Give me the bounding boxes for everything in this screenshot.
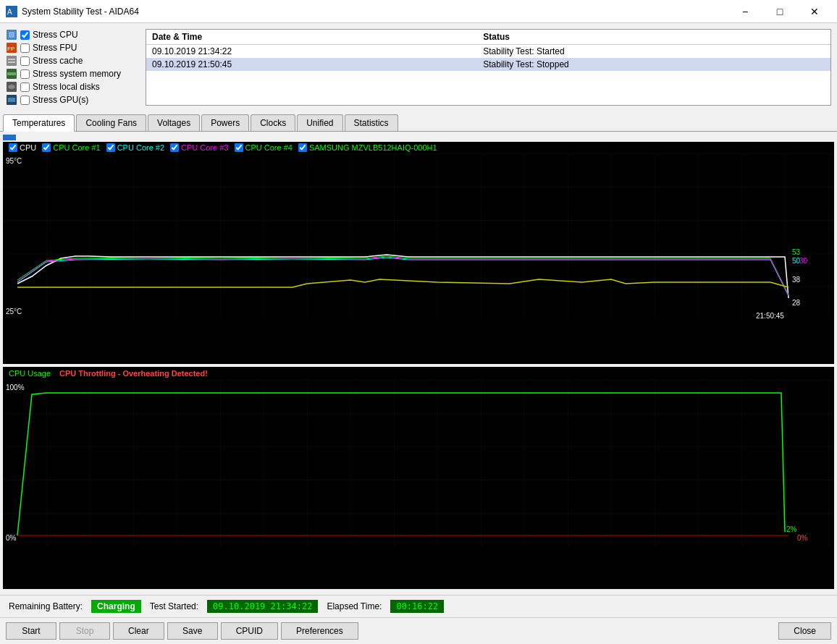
tab-statistics[interactable]: Statistics	[345, 114, 398, 131]
log-table: Date & Time Status 09.10.2019 21:34:22 S…	[146, 30, 830, 71]
chart-timestamp: 21:50:45	[756, 312, 784, 320]
log-datetime-2: 09.10.2019 21:50:45	[146, 58, 477, 71]
legend-core2-checkbox[interactable]	[106, 143, 115, 152]
battery-status: Charging	[91, 600, 141, 613]
stress-fpu-checkbox[interactable]	[20, 43, 30, 53]
stress-memory-checkbox[interactable]	[20, 69, 30, 79]
cache-stress-icon	[6, 55, 17, 67]
legend-samsung: SAMSUNG MZVLB512HAIQ-000H1	[298, 143, 437, 152]
clear-button[interactable]: Clear	[113, 622, 164, 640]
stress-cpu-checkbox[interactable]	[20, 30, 30, 40]
svg-rect-6	[7, 56, 17, 66]
legend-core1-label: CPU Core #1	[53, 143, 100, 152]
title-bar: A System Stability Test - AIDA64 − □ ✕	[0, 0, 837, 23]
window-controls: − □ ✕	[728, 0, 831, 23]
legend-samsung-label: SAMSUNG MZVLB512HAIQ-000H1	[309, 143, 437, 152]
col-status: Status	[477, 30, 830, 45]
stress-fpu-item: FP Stress FPU	[6, 42, 140, 54]
stress-gpu-label[interactable]: Stress GPU(s)	[33, 95, 88, 105]
legend-core3-checkbox[interactable]	[170, 143, 179, 152]
svg-text:A: A	[7, 8, 12, 16]
svg-rect-7	[8, 59, 15, 60]
cpu-stress-icon	[6, 29, 17, 41]
usage-y-100: 100%	[6, 384, 25, 391]
stress-cpu-label[interactable]: Stress CPU	[33, 30, 78, 40]
stress-gpu-item: Stress GPU(s)	[6, 94, 140, 106]
battery-label: Remaining Battery:	[9, 601, 83, 611]
chart-indicator	[3, 135, 16, 140]
legend-samsung-checkbox[interactable]	[298, 143, 307, 152]
legend-cpu-checkbox[interactable]	[9, 143, 17, 152]
elapsed-value: 00:16:22	[390, 600, 444, 613]
minimize-button[interactable]: −	[728, 0, 762, 23]
legend-core4-label: CPU Core #4	[245, 143, 293, 152]
legend-core3: CPU Core #3	[170, 143, 228, 152]
y-right-30: 30	[799, 257, 808, 265]
usage-end-val2: 0%	[797, 534, 808, 542]
y-right-38: 38	[792, 276, 801, 284]
tab-clocks[interactable]: Clocks	[251, 114, 295, 131]
usage-chart-svg: 100% 0% 2% 0%	[3, 380, 834, 546]
maximize-button[interactable]: □	[763, 0, 796, 23]
legend-core4-checkbox[interactable]	[235, 143, 243, 152]
legend-core1-checkbox[interactable]	[42, 143, 51, 152]
gpu-stress-icon	[6, 94, 17, 106]
svg-rect-10	[7, 72, 16, 75]
stress-disks-item: Stress local disks	[6, 81, 140, 93]
stress-cache-checkbox[interactable]	[20, 56, 30, 66]
svg-point-12	[8, 85, 15, 89]
svg-rect-8	[8, 62, 15, 63]
tab-cooling-fans[interactable]: Cooling Fans	[76, 114, 146, 131]
status-bar: Remaining Battery: Charging Test Started…	[0, 595, 837, 617]
save-button[interactable]: Save	[167, 622, 218, 640]
legend-core2-label: CPU Core #2	[117, 143, 164, 152]
tab-temperatures[interactable]: Temperatures	[3, 114, 75, 132]
close-button[interactable]: Close	[778, 622, 831, 640]
usage-chart-header: CPU Usage CPU Throttling - Overheating D…	[3, 367, 834, 380]
col-datetime: Date & Time	[146, 30, 477, 45]
svg-rect-16	[3, 380, 834, 546]
button-bar: Start Stop Clear Save CPUID Preferences …	[0, 617, 837, 644]
legend-core4: CPU Core #4	[235, 143, 293, 152]
tab-voltages[interactable]: Voltages	[148, 114, 200, 131]
stress-options-panel: Stress CPU FP Stress FPU Stress cache	[6, 29, 140, 106]
stress-disks-label[interactable]: Stress local disks	[33, 82, 100, 92]
charts-area: CPU CPU Core #1 CPU Core #2 CPU Core #3 …	[0, 132, 837, 595]
stop-button[interactable]: Stop	[59, 622, 110, 640]
log-status-2: Stability Test: Stopped	[477, 58, 830, 71]
log-datetime-1: 09.10.2019 21:34:22	[146, 45, 477, 59]
stress-disks-checkbox[interactable]	[20, 82, 30, 92]
fpu-stress-icon: FP	[6, 42, 17, 54]
test-started-label: Test Started:	[150, 601, 198, 611]
temp-chart-svg: 95°C 25°C 53 50 30 38 28	[3, 153, 834, 320]
start-button[interactable]: Start	[6, 622, 56, 640]
stress-gpu-checkbox[interactable]	[20, 96, 30, 105]
elapsed-label: Elapsed Time:	[327, 601, 382, 611]
temperature-chart: CPU CPU Core #1 CPU Core #2 CPU Core #3 …	[3, 142, 834, 364]
close-window-button[interactable]: ✕	[798, 0, 831, 23]
stress-fpu-label[interactable]: Stress FPU	[33, 43, 77, 53]
legend-core3-label: CPU Core #3	[181, 143, 228, 152]
app-icon: A	[6, 6, 17, 17]
usage-end-val: 2%	[786, 525, 797, 533]
svg-rect-3	[9, 32, 14, 38]
log-status-1: Stability Test: Started	[477, 45, 830, 59]
tab-unified[interactable]: Unified	[297, 114, 342, 131]
cpuid-button[interactable]: CPUID	[221, 622, 278, 640]
tabs-bar: Temperatures Cooling Fans Voltages Power…	[0, 111, 837, 132]
stress-cache-label[interactable]: Stress cache	[33, 56, 83, 66]
stress-memory-item: Stress system memory	[6, 68, 140, 80]
legend-core2: CPU Core #2	[106, 143, 164, 152]
preferences-button[interactable]: Preferences	[281, 622, 358, 640]
throttle-label: CPU Throttling - Overheating Detected!	[59, 369, 208, 378]
y-label-95: 95°C	[6, 157, 22, 165]
app-body: Stress CPU FP Stress FPU Stress cache	[0, 23, 837, 644]
stress-memory-label[interactable]: Stress system memory	[33, 69, 121, 79]
usage-y-0: 0%	[6, 534, 17, 542]
legend-cpu: CPU	[9, 143, 36, 152]
log-row-2[interactable]: 09.10.2019 21:50:45 Stability Test: Stop…	[146, 58, 830, 71]
stress-cpu-item: Stress CPU	[6, 29, 140, 41]
log-row-1[interactable]: 09.10.2019 21:34:22 Stability Test: Star…	[146, 45, 830, 59]
usage-chart: CPU Usage CPU Throttling - Overheating D…	[3, 367, 834, 589]
tab-powers[interactable]: Powers	[201, 114, 249, 131]
